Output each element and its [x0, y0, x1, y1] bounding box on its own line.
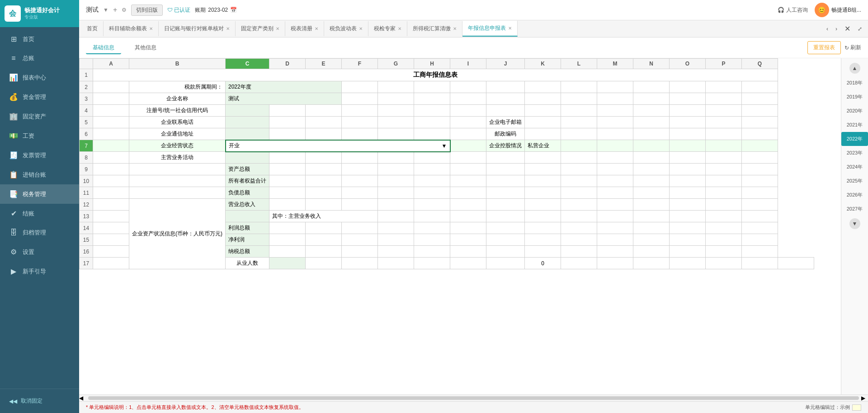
cell-11D[interactable]	[269, 187, 306, 199]
cell-13G[interactable]	[378, 211, 414, 222]
sidebar-item-结账[interactable]: ✔ 结账	[0, 204, 79, 223]
tab-basic[interactable]: 基础信息	[86, 42, 121, 54]
tab-close-3[interactable]: ✕	[276, 26, 279, 31]
topbar-settings-icon[interactable]: ⚙	[122, 7, 127, 13]
cell-10J	[486, 175, 525, 187]
tab-item-6[interactable]: 税检专家✕	[368, 21, 407, 36]
status-bar: * 单元格编辑说明：1、点击单元格直接录入数值或文本。2、清空单元格数值或文本恢…	[79, 401, 868, 413]
year-item-2021年[interactable]: 2021年	[841, 118, 868, 132]
content-area: 基础信息 其他信息 重置报表 ↻ 刷新	[79, 38, 868, 413]
cell-4L	[561, 105, 597, 117]
cell-6C[interactable]	[226, 128, 269, 140]
tab-close-2[interactable]: ✕	[226, 26, 230, 31]
cell-6Q	[742, 128, 778, 140]
sidebar-toggle-btn[interactable]: ◀◀ 取消固定	[9, 394, 70, 408]
cell-9Q	[742, 164, 778, 175]
year-up-btn[interactable]: ▲	[849, 63, 860, 74]
dropdown-arrow-icon[interactable]: ▼	[442, 143, 447, 149]
sidebar-item-资金管理[interactable]: 💰 资金管理	[0, 87, 79, 107]
scroll-right-btn[interactable]: ▶	[861, 395, 868, 401]
tab-item-0[interactable]: 首页	[81, 21, 104, 36]
cell-9D[interactable]	[269, 164, 306, 175]
tab-close-7[interactable]: ✕	[453, 26, 457, 31]
year-item-2026年[interactable]: 2026年	[841, 188, 868, 202]
h-scrollbar-thumb[interactable]	[88, 396, 859, 400]
year-item-2019年[interactable]: 2019年	[841, 90, 868, 104]
col-header-E: E	[306, 59, 342, 69]
cell-7L	[561, 140, 597, 152]
cell-6K[interactable]	[525, 128, 561, 140]
tab-close-8[interactable]: ✕	[508, 26, 512, 31]
cell-7I	[450, 140, 486, 152]
cell-12D[interactable]	[269, 199, 306, 211]
sidebar-item-新手引导[interactable]: ▶ 新手引导	[0, 262, 79, 281]
tab-item-3[interactable]: 固定资产类别✕	[236, 21, 285, 36]
cell-3C[interactable]: 测试	[226, 93, 342, 105]
cell-10D[interactable]	[269, 175, 306, 187]
cell-16D[interactable]	[269, 246, 306, 258]
cell-7K[interactable]: 私营企业	[525, 140, 561, 152]
cell-17C[interactable]	[269, 258, 306, 269]
sidebar-item-进销台账[interactable]: 📋 进销台账	[0, 165, 79, 184]
tab-close-4[interactable]: ✕	[315, 26, 318, 31]
scroll-left-btn[interactable]: ◀	[79, 395, 86, 401]
cell-11Q	[742, 187, 778, 199]
h-scrollbar[interactable]: ◀ ▶	[79, 394, 868, 401]
tab-item-7[interactable]: 所得税汇算清缴✕	[407, 21, 462, 36]
cell-14D[interactable]	[269, 222, 306, 234]
tab-item-2[interactable]: 日记账与银行对账单核对✕	[159, 21, 236, 36]
user-menu[interactable]: 😊 畅捷通B组...	[815, 3, 861, 17]
cell-7C[interactable]: 开业 ▼	[226, 140, 450, 152]
cell-15D[interactable]	[269, 234, 306, 246]
tab-prev-btn[interactable]: ‹	[823, 23, 832, 34]
year-item-2018年[interactable]: 2018年	[841, 76, 868, 90]
cell-5C[interactable]	[226, 117, 269, 128]
sidebar-item-首页[interactable]: ⊞ 首页	[0, 29, 79, 49]
cell-14I	[450, 222, 486, 234]
tab-item-8[interactable]: 年报信息申报表✕	[462, 21, 518, 37]
sidebar-item-总账[interactable]: ≡ 总账	[0, 49, 79, 68]
consult-btn[interactable]: 🎧 人工咨询	[778, 6, 808, 14]
tab-item-5[interactable]: 税负波动表✕	[324, 21, 368, 36]
year-item-2020年[interactable]: 2020年	[841, 104, 868, 118]
year-item-2024年[interactable]: 2024年	[841, 160, 868, 174]
cell-17J[interactable]: 0	[525, 258, 561, 269]
tab-close-6[interactable]: ✕	[398, 26, 401, 31]
calendar-icon[interactable]: 📅	[230, 7, 237, 13]
cell-4C[interactable]	[226, 105, 269, 117]
sidebar-item-发票管理[interactable]: 🧾 发票管理	[0, 145, 79, 165]
cell-16O	[670, 246, 706, 258]
sidebar-item-固定资产[interactable]: 🏢 固定资产	[0, 107, 79, 126]
cell-8C[interactable]	[226, 152, 269, 164]
sidebar-item-工资[interactable]: 💵 工资	[0, 126, 79, 145]
cell-11B	[129, 187, 226, 199]
sidebar-item-归档管理[interactable]: 🗄 归档管理	[0, 223, 79, 242]
year-down-btn[interactable]: ▼	[849, 218, 860, 229]
tab-next-btn[interactable]: ›	[832, 23, 841, 34]
year-item-2025年[interactable]: 2025年	[841, 174, 868, 188]
year-item-2027年[interactable]: 2027年	[841, 202, 868, 216]
col-header-B: B	[129, 59, 226, 69]
sidebar-item-税务管理[interactable]: 📑 税务管理	[0, 184, 79, 204]
tab-other[interactable]: 其他信息	[128, 42, 163, 54]
tab-expand-btn[interactable]: ⤢	[854, 23, 866, 34]
cell-4M	[597, 105, 633, 117]
sidebar-item-设置[interactable]: ⚙ 设置	[0, 242, 79, 262]
cell-2C[interactable]: 2022年度	[226, 81, 342, 93]
tab-item-1[interactable]: 科目辅助余额表✕	[104, 21, 159, 36]
refresh-button[interactable]: ↻ 刷新	[844, 44, 861, 52]
tab-close-1[interactable]: ✕	[149, 26, 153, 31]
switch-version-button[interactable]: 切到旧版	[131, 5, 163, 16]
topbar-dropdown-arrow[interactable]: ▼	[103, 7, 108, 13]
tab-item-4[interactable]: 税表清册✕	[285, 21, 324, 36]
row-header-cell	[80, 59, 93, 69]
tab-close-all-btn[interactable]: ✕	[841, 22, 854, 35]
tab-close-5[interactable]: ✕	[359, 26, 363, 31]
title-cell[interactable]: 工商年报信息表	[93, 69, 778, 81]
reset-report-button[interactable]: 重置报表	[807, 41, 841, 54]
year-item-2023年[interactable]: 2023年	[841, 146, 868, 160]
topbar-add-btn[interactable]: +	[113, 6, 117, 14]
cell-5K[interactable]	[525, 117, 561, 128]
year-item-2022年[interactable]: 2022年	[841, 132, 868, 146]
sidebar-item-报表中心[interactable]: 📊 报表中心	[0, 68, 79, 87]
